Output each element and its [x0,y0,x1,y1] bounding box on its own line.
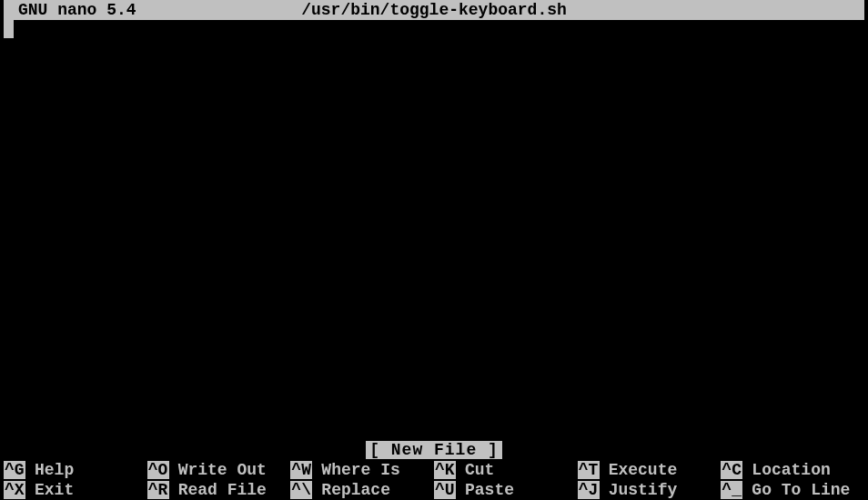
shortcut-label: Write Out [169,461,267,479]
shortcut-key: ^K [434,461,456,479]
shortcut-key: ^J [578,481,600,499]
shortcut-execute[interactable]: ^T Execute [578,460,722,480]
shortcut-label: Exit [25,481,74,499]
shortcut-key: ^W [290,461,312,479]
shortcut-exit[interactable]: ^X Exit [4,480,147,500]
shortcut-label: Read File [169,481,267,499]
shortcut-bar: ^G Help ^O Write Out ^W Where Is ^K Cut … [4,460,864,500]
shortcut-key: ^G [4,461,25,479]
shortcut-cut[interactable]: ^K Cut [434,460,578,480]
shortcut-label: Replace [312,481,390,499]
shortcut-label: Help [25,461,74,479]
shortcut-key: ^X [4,481,25,499]
shortcut-writeout[interactable]: ^O Write Out [147,460,291,480]
editor-area[interactable] [4,20,864,438]
shortcut-whereis[interactable]: ^W Where Is [290,460,434,480]
shortcut-key: ^_ [721,481,742,499]
shortcut-key: ^T [578,461,600,479]
shortcut-label: Cut [456,461,494,479]
file-path: /usr/bin/toggle-keyboard.sh [301,1,567,19]
shortcut-key: ^O [147,461,169,479]
shortcut-key: ^R [147,481,169,499]
shortcut-gotoline[interactable]: ^_ Go To Line [721,480,864,500]
status-message: [ New File ] [366,441,502,459]
shortcut-paste[interactable]: ^U Paste [434,480,578,500]
shortcut-key: ^U [434,481,456,499]
shortcut-key: ^\ [290,481,312,499]
status-line: [ New File ] [0,440,868,460]
text-cursor [4,20,14,38]
shortcut-location[interactable]: ^C Location [721,460,864,480]
shortcut-label: Where Is [312,461,399,479]
title-bar: GNU nano 5.4 /usr/bin/toggle-keyboard.sh [0,0,868,20]
shortcut-justify[interactable]: ^J Justify [578,480,722,500]
app-name: GNU nano 5.4 [5,1,136,19]
shortcut-readfile[interactable]: ^R Read File [147,480,291,500]
shortcut-label: Execute [600,461,678,479]
shortcut-key: ^C [721,461,742,479]
shortcut-replace[interactable]: ^\ Replace [290,480,434,500]
shortcut-label: Go To Line [742,481,850,499]
shortcut-label: Paste [456,481,514,499]
shortcut-label: Justify [600,481,678,499]
shortcut-help[interactable]: ^G Help [4,460,147,480]
shortcut-label: Location [742,461,830,479]
